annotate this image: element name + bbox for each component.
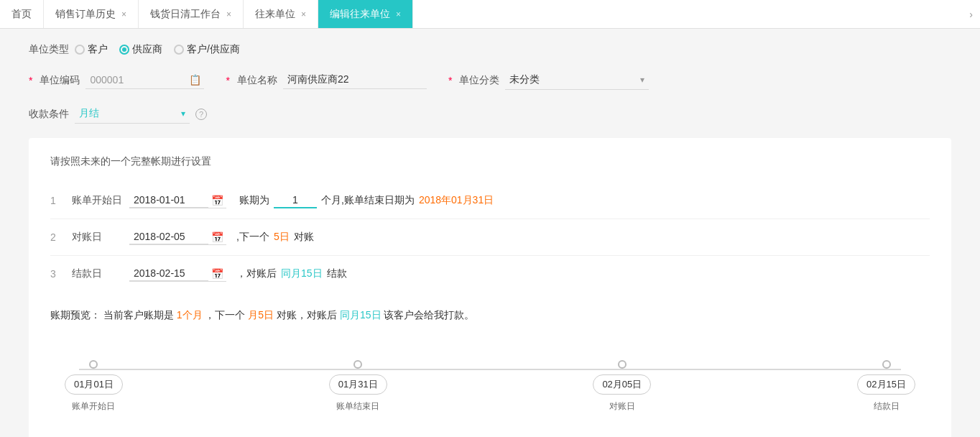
tl-dot-2 bbox=[353, 360, 362, 369]
tab-nav-arrow[interactable]: › bbox=[962, 9, 980, 20]
form-row-unit-info: * 单位编码 📋 * 单位名称 * 单位分类 未分类 ▾ bbox=[29, 70, 951, 90]
unit-code-icon[interactable]: 📋 bbox=[186, 74, 204, 86]
tab-cash-workbench[interactable]: 钱货日清工作台 × bbox=[139, 0, 244, 28]
close-tab-edit-counterparty[interactable]: × bbox=[396, 9, 401, 19]
page-content: 单位类型 客户 供应商 客户/供应商 * 单位编码 bbox=[0, 29, 980, 437]
radio-both-circle bbox=[174, 45, 184, 55]
close-tab-cash-workbench[interactable]: × bbox=[226, 9, 231, 19]
step-row-2: 2 对账日 📅 ,下一个 5日 对账 bbox=[50, 219, 930, 256]
close-tab-counterparty[interactable]: × bbox=[301, 9, 306, 19]
unit-category-field: * 单位分类 未分类 ▾ bbox=[448, 70, 649, 90]
radio-supplier-label: 供应商 bbox=[132, 43, 162, 56]
payment-terms-label: 收款条件 bbox=[29, 108, 69, 121]
step-value-1: 📅 账期为 个月,账单结束日期为 2018年01月31日 bbox=[129, 193, 494, 208]
step-num-3: 3 bbox=[50, 268, 72, 280]
tl-badge-1: 01月01日 bbox=[65, 374, 123, 395]
radio-supplier-circle bbox=[119, 45, 129, 55]
step2-date-input[interactable] bbox=[129, 229, 208, 244]
tl-item-1: 01月01日 账单开始日 bbox=[65, 360, 123, 413]
tl-sub-1: 账单开始日 bbox=[72, 400, 115, 413]
step1-date-input[interactable] bbox=[129, 193, 208, 208]
tl-item-2: 01月31日 账单结束日 bbox=[329, 360, 387, 413]
payment-terms-value: 月结 bbox=[79, 107, 178, 120]
step2-date-wrapper: 📅 bbox=[129, 229, 226, 245]
unit-category-required: * bbox=[448, 75, 452, 86]
step2-suffix-pre: ,下一个 bbox=[236, 231, 269, 244]
step1-period-input[interactable] bbox=[274, 193, 317, 208]
tl-dot-1 bbox=[89, 360, 98, 369]
preview-text-mid2: 对账，对账后 bbox=[277, 309, 337, 321]
step3-highlight1: 同月15日 bbox=[281, 267, 323, 280]
payment-terms-select[interactable]: 月结 ▾ bbox=[75, 104, 190, 124]
radio-customer-circle bbox=[75, 45, 85, 55]
step3-date-input[interactable] bbox=[129, 266, 208, 281]
tl-dot-4 bbox=[882, 360, 891, 369]
step2-highlight1: 5日 bbox=[274, 231, 290, 244]
step2-calendar-icon[interactable]: 📅 bbox=[208, 231, 226, 243]
unit-name-field: * 单位名称 bbox=[226, 71, 426, 89]
step1-highlight: 2018年01月31日 bbox=[419, 194, 494, 207]
radio-supplier[interactable]: 供应商 bbox=[119, 43, 162, 56]
step-label-2: 对账日 bbox=[72, 231, 129, 244]
unit-name-input[interactable] bbox=[283, 71, 427, 89]
payment-terms-chevron-icon: ▾ bbox=[181, 109, 185, 119]
step3-suffix-pre: ，对账后 bbox=[236, 267, 277, 280]
tl-badge-2: 01月31日 bbox=[329, 374, 387, 395]
step1-suffix-pre: 账期为 bbox=[239, 194, 269, 207]
payment-terms-help-icon[interactable]: ? bbox=[195, 109, 207, 120]
form-row-unit-type: 单位类型 客户 供应商 客户/供应商 bbox=[29, 43, 951, 56]
unit-category-label: 单位分类 bbox=[459, 74, 499, 87]
step-num-1: 1 bbox=[50, 195, 72, 206]
tl-sub-4: 结款日 bbox=[874, 400, 900, 413]
tl-badge-4: 02月15日 bbox=[857, 374, 915, 395]
tl-sub-3: 对账日 bbox=[609, 400, 635, 413]
radio-both[interactable]: 客户/供应商 bbox=[174, 43, 240, 56]
step-value-3: 📅 ，对账后 同月15日 结款 bbox=[129, 266, 347, 282]
preview-highlight3: 同月15日 bbox=[340, 309, 382, 321]
unit-code-input-wrapper: 📋 bbox=[85, 71, 204, 89]
preview-highlight2: 月5日 bbox=[248, 309, 274, 321]
tab-home[interactable]: 首页 bbox=[0, 0, 44, 28]
step1-date-wrapper: 📅 bbox=[129, 193, 226, 208]
step1-suffix-post: 个月,账单结束日期为 bbox=[321, 194, 415, 207]
step-label-1: 账单开始日 bbox=[72, 194, 129, 207]
tab-edit-counterparty[interactable]: 编辑往来单位 × bbox=[318, 0, 413, 28]
unit-code-field: * 单位编码 📋 bbox=[29, 71, 204, 89]
unit-code-label: 单位编码 bbox=[40, 74, 80, 87]
tab-counterparty[interactable]: 往来单位 × bbox=[244, 0, 318, 28]
unit-name-required: * bbox=[226, 75, 229, 86]
preview-text-end: 该客户会给我打款。 bbox=[384, 309, 474, 321]
timeline: 01月01日 账单开始日 01月31日 账单结束日 02月05日 对账日 bbox=[50, 339, 930, 427]
unit-category-value: 未分类 bbox=[509, 73, 637, 86]
settings-card: 请按照未来的一个完整帐期进行设置 1 账单开始日 📅 账期为 个月,账单结束日期… bbox=[29, 138, 951, 437]
tl-item-4: 02月15日 结款日 bbox=[857, 360, 915, 413]
tl-item-3: 02月05日 对账日 bbox=[593, 360, 651, 413]
step-row-3: 3 结款日 📅 ，对账后 同月15日 结款 bbox=[50, 256, 930, 292]
unit-type-label: 单位类型 bbox=[29, 43, 69, 56]
unit-category-chevron-icon: ▾ bbox=[640, 75, 644, 85]
preview-label: 账期预览： bbox=[50, 309, 101, 321]
step1-calendar-icon[interactable]: 📅 bbox=[208, 195, 226, 206]
payment-terms-field: 收款条件 月结 ▾ ? bbox=[29, 104, 207, 124]
step-num-2: 2 bbox=[50, 231, 72, 243]
unit-type-radio-group: 客户 供应商 客户/供应商 bbox=[75, 43, 240, 56]
step2-suffix-post: 对账 bbox=[294, 231, 314, 244]
radio-customer-label: 客户 bbox=[88, 43, 108, 56]
tl-sub-2: 账单结束日 bbox=[336, 400, 379, 413]
unit-code-required: * bbox=[29, 75, 32, 86]
unit-code-input[interactable] bbox=[85, 71, 186, 88]
unit-name-label: 单位名称 bbox=[237, 74, 277, 87]
unit-category-select[interactable]: 未分类 ▾ bbox=[505, 70, 649, 90]
radio-customer[interactable]: 客户 bbox=[75, 43, 108, 56]
preview-text-pre: 当前客户账期是 bbox=[103, 309, 174, 321]
step3-calendar-icon[interactable]: 📅 bbox=[208, 268, 226, 280]
tabs-bar: 首页 销售订单历史 × 钱货日清工作台 × 往来单位 × 编辑往来单位 × › bbox=[0, 0, 980, 29]
radio-both-label: 客户/供应商 bbox=[187, 43, 240, 56]
tl-badge-3: 02月05日 bbox=[593, 374, 651, 395]
tab-sales-history[interactable]: 销售订单历史 × bbox=[44, 0, 139, 28]
close-tab-sales-history[interactable]: × bbox=[121, 9, 126, 19]
preview-highlight1: 1个月 bbox=[177, 309, 203, 321]
step-value-2: 📅 ,下一个 5日 对账 bbox=[129, 229, 314, 245]
preview-section: 账期预览： 当前客户账期是 1个月 ，下一个 月5日 对账，对账后 同月15日 … bbox=[50, 306, 930, 324]
step3-suffix-post: 结款 bbox=[327, 267, 347, 280]
